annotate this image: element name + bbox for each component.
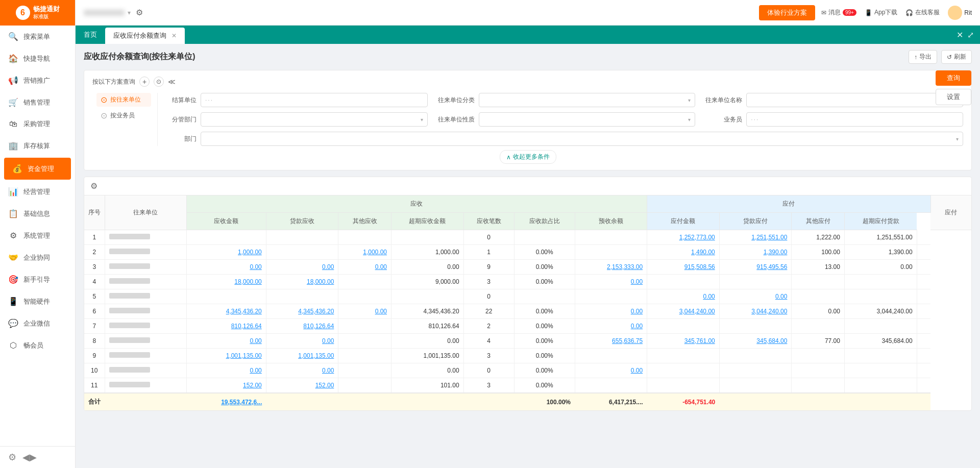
table-cell[interactable]: 655,636.75 (575, 334, 647, 349)
salesperson-input[interactable]: ··· (746, 112, 963, 127)
table-cell[interactable]: 1,001,135.00 (186, 349, 266, 363)
table-cell[interactable]: 18,000.00 (186, 275, 266, 289)
collapse-button[interactable]: ∧ 收起更多条件 (500, 150, 556, 164)
table-cell[interactable]: 0.00 (266, 260, 338, 275)
table-cell[interactable]: 3,044,240.00 (719, 304, 792, 319)
setting-button[interactable]: 设置 (936, 89, 971, 105)
table-cell[interactable]: 1,000.00 (338, 245, 391, 260)
table-cell[interactable]: 1,251,551.00 (719, 230, 792, 245)
table-cell[interactable] (647, 319, 720, 334)
tab-close-all-icon[interactable]: ✕ (957, 30, 963, 40)
sidebar-item-nav[interactable]: 🏠 快捷导航 (0, 47, 75, 69)
table-cell[interactable] (266, 245, 338, 260)
sidebar-item-marketing[interactable]: 📢 营销推广 (0, 69, 75, 91)
table-cell[interactable] (338, 230, 391, 245)
manage-dept-input[interactable]: ▾ (201, 112, 428, 127)
table-cell[interactable] (575, 289, 647, 304)
table-cell[interactable]: 18,000.00 (266, 275, 338, 289)
table-cell[interactable] (266, 230, 338, 245)
tab-close-icon[interactable]: ✕ (172, 32, 177, 39)
table-cell[interactable] (719, 363, 792, 378)
table-cell[interactable]: 0.00 (575, 304, 647, 319)
table-cell[interactable]: 0.00 (647, 289, 720, 304)
promo-button[interactable]: 体验行业方案 (759, 5, 815, 20)
table-cell[interactable]: 0.00 (186, 363, 266, 378)
sidebar-item-collab[interactable]: 🤝 企业协同 (0, 247, 75, 268)
sidebar-item-inventory[interactable]: 🏢 库存核算 (0, 135, 75, 157)
user-info[interactable]: Rit (948, 6, 972, 20)
sidebar-item-basic[interactable]: 📋 基础信息 (0, 203, 75, 225)
table-cell[interactable] (719, 275, 792, 289)
filter-scheme-button[interactable]: ⊙ (154, 77, 164, 87)
table-cell[interactable]: 0.00 (186, 334, 266, 349)
refresh-button[interactable]: ↺ 刷新 (941, 50, 972, 64)
table-scroll[interactable]: 序号 往来单位 应收 应付 应付 应收金额 贷款应收 其他应收 超期应收金额 应… (84, 195, 971, 410)
sidebar-settings-btn[interactable]: ⚙ (8, 452, 16, 463)
table-cell[interactable]: 1,490.00 (647, 245, 720, 260)
settings-gear-icon[interactable]: ⚙ (134, 6, 145, 19)
filter-add-button[interactable]: + (139, 77, 150, 87)
service-group[interactable]: 🎧 在线客服 (905, 8, 940, 17)
table-cell[interactable] (575, 378, 647, 393)
table-cell[interactable]: 152.00 (266, 378, 338, 393)
sidebar-item-sales[interactable]: 🛒 销售管理 (0, 91, 75, 113)
table-cell[interactable] (186, 230, 266, 245)
table-cell[interactable] (647, 363, 720, 378)
table-cell[interactable]: 0.00 (186, 260, 266, 275)
table-cell[interactable] (338, 378, 391, 393)
footer-ar-total[interactable]: 19,553,472,6... (186, 393, 266, 410)
table-cell[interactable] (647, 378, 720, 393)
table-cell[interactable]: 0.00 (266, 363, 338, 378)
partner-category-input[interactable]: ▾ (479, 93, 696, 107)
table-cell[interactable]: 810,126.64 (266, 319, 338, 334)
message-group[interactable]: ✉ 消息 99+ (821, 8, 856, 17)
table-settings-icon[interactable]: ⚙ (90, 181, 97, 191)
sidebar-item-search[interactable]: 🔍 搜索菜单 (0, 26, 75, 47)
table-cell[interactable]: 345,761.00 (647, 334, 720, 349)
tab-maximize-icon[interactable]: ⤢ (967, 30, 974, 40)
table-cell[interactable]: 4,345,436.20 (266, 304, 338, 319)
settlement-input[interactable]: ··· (201, 93, 428, 107)
table-cell[interactable] (719, 319, 792, 334)
sidebar-collapse-btn[interactable]: ◀▶ (22, 452, 37, 463)
table-cell[interactable] (647, 349, 720, 363)
partner-nature-input[interactable]: ▾ (479, 112, 696, 127)
table-cell[interactable]: 0.00 (719, 289, 792, 304)
export-button[interactable]: ↑ 导出 (909, 50, 937, 64)
table-cell[interactable]: 3,044,240.00 (647, 304, 720, 319)
table-cell[interactable] (575, 349, 647, 363)
table-cell[interactable] (186, 289, 266, 304)
table-cell[interactable]: 0.00 (575, 319, 647, 334)
table-cell[interactable]: 4,345,436.20 (186, 304, 266, 319)
table-cell[interactable] (719, 349, 792, 363)
table-cell[interactable] (338, 275, 391, 289)
sidebar-item-member[interactable]: ⬡ 畅会员 (0, 334, 75, 356)
table-cell[interactable] (338, 349, 391, 363)
table-cell[interactable]: 152.00 (186, 378, 266, 393)
sidebar-item-system[interactable]: ⚙ 系统管理 (0, 225, 75, 247)
table-cell[interactable]: 1,000.00 (186, 245, 266, 260)
partner-name-input[interactable] (746, 93, 963, 107)
table-cell[interactable]: 0.00 (338, 260, 391, 275)
table-cell[interactable]: 0.00 (338, 304, 391, 319)
table-cell[interactable]: 1,390.00 (719, 245, 792, 260)
table-cell[interactable] (338, 289, 391, 304)
sidebar-item-finance[interactable]: 💰 资金管理 (4, 158, 71, 180)
sidebar-item-wechat[interactable]: 💬 企业微信 (0, 312, 75, 334)
table-cell[interactable] (575, 245, 647, 260)
table-cell[interactable]: 915,508.56 (647, 260, 720, 275)
table-cell[interactable] (719, 378, 792, 393)
dept-input[interactable]: ▾ (201, 132, 963, 146)
sidebar-item-purchase[interactable]: 🛍 采购管理 (0, 113, 75, 135)
table-cell[interactable]: 0.00 (575, 275, 647, 289)
app-download-group[interactable]: 📱 App下载 (865, 8, 897, 17)
query-button[interactable]: 查询 (936, 70, 971, 86)
table-cell[interactable] (338, 363, 391, 378)
table-cell[interactable]: 1,001,135.00 (266, 349, 338, 363)
table-cell[interactable]: 810,126.64 (186, 319, 266, 334)
sidebar-item-hardware[interactable]: 📱 智能硬件 (0, 290, 75, 312)
filter-option-partner[interactable]: ⊙ 按往来单位 (96, 93, 151, 107)
filter-option-salesperson[interactable]: ⊙ 按业务员 (96, 109, 151, 122)
table-cell[interactable] (266, 289, 338, 304)
table-cell[interactable] (575, 230, 647, 245)
